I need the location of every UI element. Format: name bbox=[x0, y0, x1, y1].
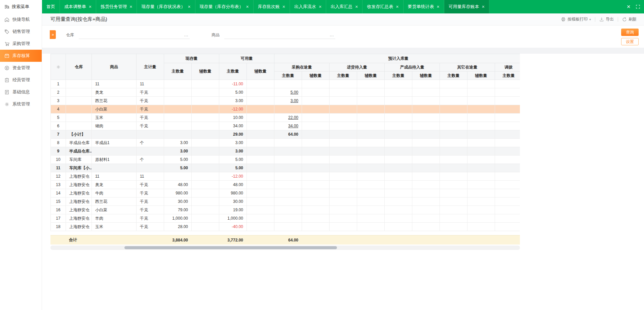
col-incoming-main[interactable]: 主数量 bbox=[330, 72, 357, 80]
col-stock-aux[interactable]: 辅数量 bbox=[192, 63, 219, 80]
table-row[interactable]: 11车间库【小...5.005.00 bbox=[51, 164, 520, 172]
product-input[interactable] bbox=[224, 33, 329, 37]
column-settings-button[interactable] bbox=[51, 54, 66, 80]
col-po-aux[interactable]: 辅数量 bbox=[302, 72, 330, 80]
tab-inout-summary[interactable]: 出入库汇总× bbox=[326, 0, 363, 13]
tab-close-icon[interactable]: × bbox=[437, 4, 440, 9]
warehouse-picker-icon[interactable]: … bbox=[183, 32, 190, 37]
table-row[interactable]: 8半成品仓库半成品1个3.003.00 bbox=[51, 139, 520, 147]
warehouse-input[interactable] bbox=[79, 33, 183, 37]
cell-other-main bbox=[440, 105, 467, 114]
sidebar: 搜索菜单 快捷导航销售管理采购管理库存核算资金管理经营管理基础信息系统管理 bbox=[0, 0, 42, 310]
refresh-button[interactable]: 刷新 bbox=[622, 16, 637, 22]
query-button[interactable]: 查询 bbox=[621, 29, 639, 36]
table-row[interactable]: 14上海静安仓牛肉千克980.00980.00 bbox=[51, 189, 520, 197]
sidebar-item-purchase[interactable]: 采购管理 bbox=[0, 38, 42, 50]
tab-close-icon[interactable]: × bbox=[246, 4, 249, 9]
table-panel: 仓库 商品 主计量 现存量 可用量 预计入库量 主数量 辅数量 主数量 辅数量 bbox=[42, 54, 644, 310]
col-finished-aux[interactable]: 辅数量 bbox=[412, 72, 440, 80]
search-menu-button[interactable]: 搜索菜单 bbox=[0, 0, 42, 13]
cell-fg-aux bbox=[412, 172, 440, 181]
po-qty-link[interactable]: 34.00 bbox=[288, 124, 298, 128]
tab-cost-adjust[interactable]: 成本调整单× bbox=[60, 0, 96, 13]
table-row[interactable]: 10车间库原材料1个5.005.00 bbox=[51, 156, 520, 164]
cell-idx: 5 bbox=[51, 114, 66, 122]
settings-button[interactable]: 设置 bbox=[621, 38, 639, 45]
tab-recv-send-summary[interactable]: 收发存汇总表× bbox=[363, 0, 403, 13]
close-icon[interactable]: ✕ bbox=[627, 4, 631, 9]
table-row[interactable]: 12上海静安仓1111-12.00 bbox=[51, 172, 520, 181]
cell-product: 小白菜 bbox=[92, 105, 137, 114]
col-stock-main[interactable]: 主数量 bbox=[164, 63, 192, 80]
col-other-main[interactable]: 主数量 bbox=[440, 72, 467, 80]
tab-close-icon[interactable]: × bbox=[129, 4, 132, 9]
tab-label: 库存批次账 bbox=[258, 4, 280, 10]
tab-inout-flow[interactable]: 出入库流水× bbox=[290, 0, 326, 13]
scrollbar-thumb[interactable] bbox=[124, 246, 337, 249]
col-available-aux[interactable]: 辅数量 bbox=[247, 63, 274, 80]
table-row[interactable]: 9半成品仓库...3.003.00 bbox=[51, 147, 520, 156]
col-incoming-aux[interactable]: 辅数量 bbox=[357, 72, 385, 80]
tab-demand-stats[interactable]: 要货单统计表× bbox=[404, 0, 444, 13]
coin-icon bbox=[4, 65, 9, 71]
tab-close-icon[interactable]: × bbox=[89, 4, 91, 9]
tab-available-ledger[interactable]: 可用量库存账本× bbox=[444, 0, 489, 13]
tab-close-icon[interactable]: × bbox=[482, 4, 485, 9]
col-other-aux[interactable]: 辅数量 bbox=[467, 72, 495, 80]
table-row[interactable]: 4小白菜千克-12.00 bbox=[51, 105, 520, 114]
tab-close-icon[interactable]: × bbox=[282, 4, 285, 9]
sidebar-item-funds[interactable]: 资金管理 bbox=[0, 62, 42, 74]
tab-close-icon[interactable]: × bbox=[319, 4, 321, 9]
table-row[interactable]: 17上海静安仓羊肉千克1,000.001,000.00 bbox=[51, 214, 520, 223]
table-row[interactable]: 18上海静安仓玉米千克28.00-40.00 bbox=[51, 223, 520, 231]
col-finished-main[interactable]: 主数量 bbox=[385, 72, 412, 80]
col-product[interactable]: 商品 bbox=[92, 54, 137, 80]
sidebar-item-sales[interactable]: 销售管理 bbox=[0, 26, 42, 38]
table-row[interactable]: 7【小计】29.0064.00 bbox=[51, 130, 520, 139]
cell-product: 西兰花 bbox=[92, 97, 137, 105]
product-picker-icon[interactable]: … bbox=[329, 32, 335, 37]
sidebar-item-operations[interactable]: 经营管理 bbox=[0, 74, 42, 86]
table-row[interactable]: 2奥龙千克5.005.00 bbox=[51, 88, 520, 97]
tab-stock-status[interactable]: 现存量（库存状况表）× bbox=[137, 0, 195, 13]
cell-idx: 14 bbox=[51, 189, 66, 197]
export-button[interactable]: 导出 bbox=[599, 16, 614, 22]
col-po-main[interactable]: 主数量 bbox=[274, 72, 302, 80]
sidebar-item-inventory[interactable]: 库存核算 bbox=[0, 50, 42, 62]
po-qty-link[interactable]: 5.00 bbox=[291, 90, 298, 95]
table-row[interactable]: 6猪肉千克34.0034.00 bbox=[51, 122, 520, 130]
tab-picking-task[interactable]: 拣货任务管理× bbox=[96, 0, 137, 13]
sidebar-item-quick-nav[interactable]: 快捷导航 bbox=[0, 13, 42, 26]
sidebar-item-base-info[interactable]: 基础信息 bbox=[0, 86, 42, 98]
cell-other-aux bbox=[467, 97, 495, 105]
table-row[interactable]: 15上海静安仓西兰花千克30.0030.00 bbox=[51, 197, 520, 206]
cell-unit bbox=[137, 164, 164, 172]
expand-filter-button[interactable]: » bbox=[50, 30, 56, 39]
po-qty-link[interactable]: 22.00 bbox=[288, 115, 298, 120]
fullscreen-icon[interactable] bbox=[636, 5, 640, 9]
table-row[interactable]: 5玉米千克10.0022.00 bbox=[51, 114, 520, 122]
sidebar-item-label: 资金管理 bbox=[12, 65, 30, 71]
col-warehouse[interactable]: 仓库 bbox=[66, 54, 92, 80]
print-template-button[interactable]: 按模板打印 ▾ bbox=[561, 16, 591, 22]
tab-stock-distribution[interactable]: 现存量（库存分布表）× bbox=[195, 0, 254, 13]
cell-warehouse: 上海静安仓 bbox=[66, 206, 92, 214]
tab-close-icon[interactable]: × bbox=[355, 4, 358, 9]
col-available-main[interactable]: 主数量 bbox=[219, 63, 247, 80]
tab-close-icon[interactable]: × bbox=[188, 4, 190, 9]
tab-close-icon[interactable]: × bbox=[396, 4, 399, 9]
table-row[interactable]: 16上海静安仓小白菜千克79.0019.00 bbox=[51, 206, 520, 214]
po-qty-link[interactable]: 3.00 bbox=[291, 98, 298, 103]
tab-batch-ledger[interactable]: 库存批次账× bbox=[254, 0, 290, 13]
table-row[interactable]: 13上海静安仓奥龙千克48.0048.00 bbox=[51, 181, 520, 189]
cell-po-main: 22.00 bbox=[274, 114, 302, 122]
tab-home[interactable]: 首页 bbox=[42, 0, 60, 13]
sidebar-item-system[interactable]: 系统管理 bbox=[0, 98, 42, 110]
table-row[interactable]: 11111-11.00 bbox=[51, 80, 520, 88]
cell-avail-main: 5.00 bbox=[219, 88, 247, 97]
cell-warehouse: 上海静安仓 bbox=[66, 181, 92, 189]
cell-fg-main bbox=[384, 235, 412, 245]
col-transfer-main[interactable]: 主数量 bbox=[495, 72, 520, 80]
col-unit[interactable]: 主计量 bbox=[137, 54, 164, 80]
table-row[interactable]: 3西兰花千克3.003.00 bbox=[51, 97, 520, 105]
